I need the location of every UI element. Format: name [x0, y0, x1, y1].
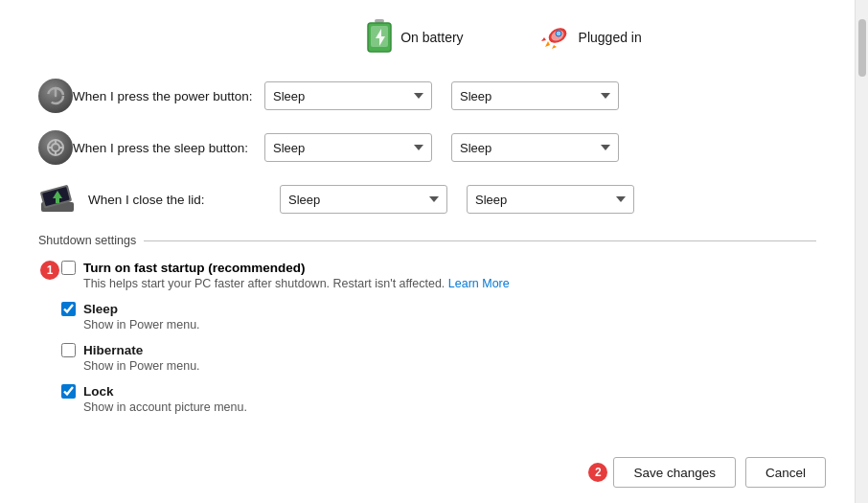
svg-point-9 [52, 144, 59, 151]
shutdown-section: Shutdown settings 1 Turn on fast startup… [38, 234, 816, 414]
battery-icon [366, 19, 393, 56]
rocket-icon [540, 24, 571, 51]
fast-startup-item: 1 Turn on fast startup (recommended) Thi… [61, 261, 816, 290]
close-lid-dropdowns: Do nothing Sleep Hibernate Shut down Tur… [280, 185, 634, 214]
on-battery-header: On battery [366, 19, 463, 56]
fast-startup-row: Turn on fast startup (recommended) [61, 261, 816, 275]
fast-startup-description: This helps start your PC faster after sh… [83, 277, 816, 290]
fast-startup-label: Turn on fast startup (recommended) [83, 261, 306, 275]
svg-rect-17 [56, 198, 59, 203]
column-headers: On battery Plugged in [192, 19, 816, 56]
sleep-button-plugged-select[interactable]: Do nothing Sleep Hibernate Shut down Tur… [451, 133, 619, 162]
cancel-button[interactable]: Cancel [745, 457, 826, 488]
close-lid-plugged-select[interactable]: Do nothing Sleep Hibernate Shut down Tur… [467, 185, 634, 214]
sleep-label: Sleep [83, 302, 118, 316]
power-button-plugged-select[interactable]: Do nothing Sleep Hibernate Shut down Tur… [451, 81, 619, 110]
badge-1: 1 [40, 261, 59, 280]
lid-icon [38, 182, 77, 217]
on-battery-label: On battery [400, 30, 463, 45]
svg-point-5 [556, 31, 561, 36]
power-button-dropdowns: Do nothing Sleep Hibernate Shut down Tur… [264, 81, 619, 110]
badge-2: 2 [588, 463, 607, 482]
lock-description: Show in account picture menu. [83, 400, 816, 414]
close-lid-label: When I close the lid: [88, 193, 270, 207]
hibernate-description: Show in Power menu. [83, 359, 816, 373]
footer: 2 Save changes Cancel [613, 457, 826, 488]
lock-label: Lock [83, 384, 114, 399]
hibernate-item: Hibernate Show in Power menu. [61, 343, 816, 373]
learn-more-link[interactable]: Learn More [448, 277, 510, 290]
section-divider-line [144, 240, 816, 241]
power-button-row: When I press the power button: Do nothin… [38, 79, 816, 113]
section-divider: Shutdown settings [38, 234, 816, 247]
sleep-button-battery-select[interactable]: Do nothing Sleep Hibernate Shut down Tur… [264, 133, 432, 162]
sleep-description: Show in Power menu. [83, 318, 816, 332]
sleep-button-row: When I press the sleep button: Do nothin… [38, 130, 816, 165]
lock-row: Lock [61, 384, 816, 399]
sleep-button-label: When I press the sleep button: [73, 141, 255, 155]
sleep-item: Sleep Show in Power menu. [61, 302, 816, 332]
close-lid-battery-select[interactable]: Do nothing Sleep Hibernate Shut down Tur… [280, 185, 447, 214]
power-button-battery-select[interactable]: Do nothing Sleep Hibernate Shut down Tur… [264, 81, 432, 110]
sleep-button-dropdowns: Do nothing Sleep Hibernate Shut down Tur… [264, 133, 619, 162]
hibernate-label: Hibernate [83, 343, 143, 357]
sleep-checkbox[interactable] [61, 302, 76, 316]
save-changes-button[interactable]: Save changes [613, 457, 736, 488]
scrollbar[interactable] [855, 0, 868, 503]
section-divider-label: Shutdown settings [38, 234, 136, 247]
power-button-icon [38, 79, 73, 113]
power-button-label: When I press the power button: [73, 89, 255, 103]
hibernate-row: Hibernate [61, 343, 816, 357]
close-lid-row: When I close the lid: Do nothing Sleep H… [38, 182, 816, 217]
lock-checkbox[interactable] [61, 384, 76, 399]
sleep-row: Sleep [61, 302, 816, 316]
fast-startup-checkbox[interactable] [61, 261, 76, 275]
hibernate-checkbox[interactable] [61, 343, 76, 357]
scrollbar-thumb[interactable] [858, 19, 866, 77]
sleep-button-icon [38, 130, 73, 165]
plugged-in-label: Plugged in [579, 30, 642, 45]
plugged-in-header: Plugged in [540, 24, 642, 51]
footer-inner: 2 Save changes Cancel [613, 457, 826, 488]
lock-item: Lock Show in account picture menu. [61, 384, 816, 414]
